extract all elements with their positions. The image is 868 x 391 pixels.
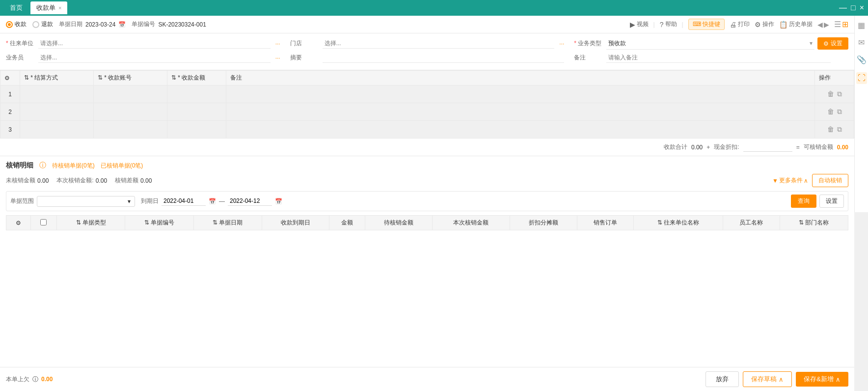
row-amount-1[interactable] bbox=[167, 85, 226, 103]
row-delete-icon-2[interactable]: 🗑 bbox=[827, 108, 834, 116]
row-amount-2[interactable] bbox=[167, 103, 226, 121]
partner-input[interactable] bbox=[38, 38, 271, 49]
done-tab[interactable]: 已核销单据(0笔) bbox=[101, 162, 143, 170]
row-note-1[interactable] bbox=[226, 85, 815, 103]
settings-button[interactable]: ⚙ 设置 bbox=[817, 37, 848, 50]
date-label: 单据日期 bbox=[59, 20, 82, 28]
row-settle-3[interactable] bbox=[20, 121, 94, 139]
save-new-button[interactable]: 保存&新增 ∧ bbox=[796, 372, 848, 387]
footer-info-icon[interactable]: ⓘ bbox=[32, 375, 38, 384]
date-value[interactable]: 2023-03-24 bbox=[85, 21, 115, 28]
note-input[interactable] bbox=[606, 53, 831, 63]
verify-info-icon[interactable]: ⓘ bbox=[39, 161, 46, 170]
query-button[interactable]: 查询 bbox=[791, 195, 816, 208]
row-settle-2[interactable] bbox=[20, 103, 94, 121]
date-sort[interactable]: ⇅ bbox=[213, 219, 217, 226]
more-conditions-label: 更多条件 bbox=[779, 176, 803, 185]
print-btn[interactable]: 🖨 打印 bbox=[730, 20, 750, 28]
shop-input[interactable] bbox=[323, 38, 555, 49]
verify-settings-button[interactable]: 设置 bbox=[819, 195, 844, 208]
bt-dept-header: ⇅ 部门名称 bbox=[780, 216, 848, 230]
note-label: 备注 bbox=[574, 54, 603, 62]
account-sort-icon[interactable]: ⇅ bbox=[98, 74, 103, 81]
bt-checkbox-header[interactable] bbox=[30, 216, 56, 230]
settle-sort-icon[interactable]: ⇅ bbox=[24, 74, 29, 81]
calendar-icon-end[interactable]: 📅 bbox=[275, 198, 282, 205]
list-view-btn[interactable]: ☰ bbox=[834, 20, 841, 29]
partner-sort[interactable]: ⇅ bbox=[657, 219, 662, 226]
bt-thistime-header: 本次核销金额 bbox=[432, 216, 510, 230]
shop-dots[interactable]: ··· bbox=[559, 40, 564, 47]
available-label: 可核销金额 bbox=[804, 143, 833, 151]
sidebar-clip-icon[interactable]: 📎 bbox=[857, 55, 867, 64]
row-copy-icon-3[interactable]: ⧉ bbox=[837, 125, 842, 134]
sidebar-table-icon[interactable]: ▦ bbox=[858, 21, 865, 30]
row-settle-1[interactable] bbox=[20, 85, 94, 103]
minimize-icon[interactable]: — bbox=[839, 3, 847, 12]
due-date-start-input[interactable] bbox=[162, 196, 206, 206]
tab-active[interactable]: 收款单 × bbox=[30, 1, 67, 14]
prev-arrow[interactable]: ◀ bbox=[817, 21, 823, 28]
row-copy-icon-2[interactable]: ⧉ bbox=[837, 108, 842, 116]
video-btn[interactable]: ▶ 视频 bbox=[630, 20, 649, 28]
verify-title: 核销明细 bbox=[6, 161, 33, 170]
sidebar-screen-icon[interactable]: ⛶ bbox=[856, 72, 867, 84]
shortcut-label[interactable]: 快捷键 bbox=[703, 21, 720, 28]
summary-input[interactable] bbox=[323, 53, 565, 63]
history-btn[interactable]: 📋 历史单据 bbox=[779, 20, 813, 28]
row-delete-icon-3[interactable]: 🗑 bbox=[827, 125, 834, 134]
more-conditions-btn[interactable]: ▼ 更多条件 ∧ bbox=[772, 176, 808, 185]
auto-verify-button[interactable]: 自动核销 bbox=[812, 174, 848, 187]
row-amount-3[interactable] bbox=[167, 121, 226, 139]
radio-refund[interactable]: 退款 bbox=[32, 20, 53, 28]
row-account-3[interactable] bbox=[94, 121, 167, 139]
total-label: 收款合计 bbox=[664, 143, 687, 151]
row-note-3[interactable] bbox=[226, 121, 815, 139]
staff-input[interactable] bbox=[38, 53, 271, 63]
biz-type-select[interactable]: 预收款 ▾ bbox=[606, 38, 814, 50]
tab-home[interactable]: 首页 bbox=[4, 1, 28, 14]
close-icon[interactable]: × bbox=[860, 3, 864, 12]
abandon-button[interactable]: 放弃 bbox=[705, 371, 739, 387]
row-copy-icon-1[interactable]: ⧉ bbox=[837, 90, 842, 98]
help-btn[interactable]: ? 帮助 bbox=[660, 20, 677, 28]
next-arrow[interactable]: ▶ bbox=[824, 21, 829, 28]
bt-gear-header[interactable]: ⚙ bbox=[6, 216, 31, 230]
amount-sort-icon[interactable]: ⇅ bbox=[171, 74, 176, 81]
tab-bar-right: — □ × bbox=[839, 3, 864, 12]
sidebar-mail-icon[interactable]: ✉ bbox=[858, 38, 865, 47]
calendar-icon-start[interactable]: 📅 bbox=[209, 198, 216, 205]
type-sort[interactable]: ⇅ bbox=[76, 219, 81, 226]
partner-dots[interactable]: ··· bbox=[275, 40, 280, 47]
calendar-icon[interactable]: 📅 bbox=[118, 21, 126, 28]
grid-view-btn[interactable]: ⊞ bbox=[842, 20, 848, 29]
discount-input[interactable] bbox=[743, 142, 792, 152]
pending-tab[interactable]: 待核销单据(0笔) bbox=[52, 162, 95, 170]
range-field: 单据范围 ▾ bbox=[10, 196, 135, 207]
number-value[interactable]: SK-20230324-001 bbox=[158, 21, 206, 28]
this-time-value: 0.00 bbox=[96, 177, 107, 184]
row-delete-icon-1[interactable]: 🗑 bbox=[827, 90, 834, 98]
range-label: 单据范围 bbox=[10, 197, 34, 205]
row-account-1[interactable] bbox=[94, 85, 167, 103]
account-label: * 收款账号 bbox=[104, 74, 132, 81]
shortcut-btn[interactable]: ⌨ 快捷键 bbox=[688, 19, 725, 30]
operation-btn[interactable]: ⚙ 操作 bbox=[755, 20, 774, 28]
number-sort[interactable]: ⇅ bbox=[144, 219, 149, 226]
radio-collect[interactable]: 收款 bbox=[6, 20, 27, 28]
dept-sort[interactable]: ⇅ bbox=[799, 219, 804, 226]
gear-header[interactable]: ⚙ bbox=[0, 71, 20, 85]
settle-header: ⇅ * 结算方式 bbox=[20, 71, 94, 85]
row-account-2[interactable] bbox=[94, 103, 167, 121]
restore-icon[interactable]: □ bbox=[851, 3, 856, 12]
bt-duedate-header: 收款到期日 bbox=[262, 216, 329, 230]
select-all-checkbox[interactable] bbox=[40, 219, 47, 225]
range-select[interactable]: ▾ bbox=[37, 196, 135, 207]
row-note-2[interactable] bbox=[226, 103, 815, 121]
draft-button[interactable]: 保存草稿 ∧ bbox=[743, 371, 792, 387]
note-header: 备注 bbox=[226, 71, 815, 85]
due-date-end-input[interactable] bbox=[228, 196, 272, 206]
staff-dots[interactable]: ··· bbox=[275, 55, 280, 61]
tab-close-icon[interactable]: × bbox=[58, 5, 61, 11]
row-num-1: 1 bbox=[0, 85, 20, 103]
